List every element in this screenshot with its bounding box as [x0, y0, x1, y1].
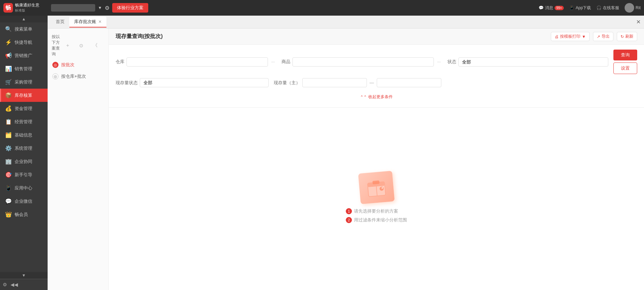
sidebar-item-newguide[interactable]: 🎯 新手引导 — [0, 168, 48, 181]
message-icon: 💬 — [539, 5, 544, 10]
sidebar-bottom: ⚙ ◀◀ — [0, 279, 48, 290]
building-icon: 🏢 — [5, 158, 12, 165]
sidebar-collapse-icon[interactable]: ◀◀ — [11, 282, 18, 287]
tab-home[interactable]: 首页 — [51, 17, 69, 28]
range-dash: — — [370, 80, 374, 85]
sidebar-scroll-down[interactable]: ▼ — [0, 272, 48, 279]
product-label: 商品 — [282, 59, 290, 65]
empty-hint-1: 1 请先选择要分析的方案 — [346, 208, 407, 214]
topbar: 畅 畅康通好生意 标准版 ▼ ⚙ 体验行业方案 💬 消息 99+ 📱 App下载… — [0, 0, 644, 16]
sidebar-item-wechat[interactable]: 💬 企业微信 — [0, 195, 48, 208]
sidebar-label-finance: 资金管理 — [15, 106, 32, 112]
warehouse-input[interactable] — [126, 57, 268, 67]
status-filter: 状态 全部 正常 停用 ▼ — [447, 57, 608, 67]
export-button[interactable]: ↗ 导出 — [593, 32, 613, 41]
tab-close-icon[interactable]: ✕ — [98, 19, 102, 24]
tab-home-label: 首页 — [56, 19, 65, 24]
stock-status-select[interactable]: 全部 — [140, 78, 269, 87]
status-select-wrap: 全部 正常 停用 — [458, 57, 608, 67]
sidebar-item-inventory[interactable]: 📦 库存核算 — [0, 89, 48, 102]
sidebar-settings-icon[interactable]: ⚙ — [3, 282, 7, 287]
sidebar-item-marketing[interactable]: 📢 营销推广 — [0, 49, 48, 62]
sidebar-item-quicknav[interactable]: ⚡ 快捷导航 — [0, 36, 48, 49]
warehouse-more-icon[interactable]: ··· — [270, 59, 276, 64]
collapse-row[interactable]: ⌃⌃ 收起更多条件 — [116, 91, 637, 103]
folder-icon: 🗂️ — [5, 132, 12, 138]
sidebar-item-finance[interactable]: 💰 资金管理 — [0, 102, 48, 115]
sidebar-item-operations[interactable]: 📋 经营管理 — [0, 115, 48, 128]
filter-area: 仓库 ··· 商品 ··· 状态 — [109, 45, 644, 108]
main-layout: ▲ 🔍 搜索菜单 ⚡ 快捷导航 📢 营销推广 📊 销售管理 🛒 采购管理 — [0, 16, 644, 290]
scheme-by-warehouse-batch[interactable]: ◎ 按仓库+批次 — [48, 71, 108, 82]
headset-icon: 🎧 — [596, 5, 601, 10]
filter-row-1: 仓库 ··· 商品 ··· 状态 — [116, 50, 637, 74]
logo: 畅 畅康通好生意 标准版 — [3, 3, 51, 13]
sidebar-label-basic: 基础信息 — [15, 132, 32, 138]
add-scheme-icon[interactable]: ＋ — [65, 42, 77, 49]
chart-icon: 📊 — [5, 66, 12, 72]
tab-inventory-batch-label: 库存批次账 — [74, 19, 96, 25]
message-label: 消息 — [545, 5, 553, 11]
hint-text-1: 请先选择要分析的方案 — [354, 208, 398, 214]
stock-status-select-wrap: 全部 — [140, 78, 269, 87]
app-edition: 标准版 — [15, 8, 39, 13]
filter-settings-button[interactable]: 设置 — [613, 62, 637, 74]
sidebar-item-apps[interactable]: 📱 应用中心 — [0, 181, 48, 195]
tab-inventory-batch[interactable]: 库存批次账 ✕ — [69, 17, 106, 28]
sidebar-item-member[interactable]: 👑 畅会员 — [0, 208, 48, 221]
sidebar-label-quicknav: 快捷导航 — [15, 39, 32, 46]
stock-main-max-input[interactable] — [377, 78, 441, 87]
nav-dropdown-icon[interactable]: ▼ — [98, 5, 102, 10]
stock-status-filter: 现存量状态 全部 ▼ — [116, 78, 268, 87]
sidebar-item-enterprise[interactable]: 🏢 企业协同 — [0, 155, 48, 168]
username: Rit — [635, 5, 641, 10]
sidebar-label-newguide: 新手引导 — [15, 172, 32, 178]
trial-button[interactable]: 体验行业方案 — [112, 3, 148, 13]
megaphone-icon: 📢 — [5, 52, 12, 59]
message-button[interactable]: 💬 消息 99+ — [539, 5, 564, 11]
sidebar-item-search[interactable]: 🔍 搜索菜单 — [0, 22, 48, 36]
online-service-label: 在线客服 — [603, 5, 619, 11]
empty-icon-wrap — [359, 172, 393, 203]
settings-icon[interactable]: ⚙ — [105, 5, 109, 11]
print-dropdown-icon[interactable]: ▼ — [582, 34, 586, 39]
sidebar-items: 🔍 搜索菜单 ⚡ 快捷导航 📢 营销推广 📊 销售管理 🛒 采购管理 📦 — [0, 22, 48, 272]
product-input[interactable] — [292, 57, 434, 67]
status-select[interactable]: 全部 正常 停用 — [458, 57, 608, 67]
topbar-nav: ▼ ⚙ 体验行业方案 — [51, 3, 539, 13]
content-area: 首页 库存批次账 ✕ ✕ 按以下方案查询 ＋ ⊙ 《 ◎ 按批次 — [48, 16, 644, 290]
target-icon: 🎯 — [5, 171, 12, 178]
scheme-by-batch-label: 按批次 — [61, 62, 74, 68]
hint-text-2: 用过滤条件来缩小分析范围 — [354, 217, 407, 223]
print-label: 按模板打印 — [560, 34, 580, 39]
product-more-icon[interactable]: ··· — [436, 59, 442, 64]
panel-close-button[interactable]: ✕ — [636, 19, 641, 25]
scheme-settings-icon[interactable]: ⊙ — [79, 43, 91, 48]
scheme-by-batch[interactable]: ◎ 按批次 — [48, 59, 108, 71]
refresh-button[interactable]: ↻ 刷新 — [617, 32, 637, 41]
online-service-button[interactable]: 🎧 在线客服 — [596, 5, 619, 11]
search-input[interactable] — [51, 4, 95, 12]
sidebar-item-purchase[interactable]: 🛒 采购管理 — [0, 75, 48, 89]
query-button[interactable]: 查询 — [613, 50, 637, 60]
hint-num-2: 2 — [346, 217, 352, 223]
warehouse-filter: 仓库 ··· — [116, 57, 276, 67]
sidebar-item-system[interactable]: ⚙️ 系统管理 — [0, 142, 48, 155]
sidebar-scroll-up[interactable]: ▲ — [0, 16, 48, 22]
sidebar-label-apps: 应用中心 — [15, 185, 32, 191]
scheme-by-warehouse-batch-label: 按仓库+批次 — [61, 73, 86, 79]
print-button[interactable]: 🖨 按模板打印 ▼ — [551, 32, 590, 41]
empty-hints: 1 请先选择要分析的方案 2 用过滤条件来缩小分析范围 — [346, 208, 407, 226]
sidebar-item-basic[interactable]: 🗂️ 基础信息 — [0, 128, 48, 142]
box-icon: 📦 — [5, 92, 12, 98]
stock-main-filter: 现存量（主） — — [274, 78, 426, 87]
sidebar-item-sales[interactable]: 📊 销售管理 — [0, 62, 48, 75]
collapse-left-icon[interactable]: 《 — [93, 42, 104, 49]
app-download-button[interactable]: 📱 App下载 — [569, 5, 591, 11]
stock-main-label: 现存量（主） — [274, 80, 300, 86]
stock-main-min-input[interactable] — [302, 78, 367, 87]
user-avatar-area[interactable]: Rit — [625, 3, 641, 13]
empty-state: 1 请先选择要分析的方案 2 用过滤条件来缩小分析范围 — [109, 108, 644, 290]
message-badge: 99+ — [555, 6, 564, 10]
logo-icon: 畅 — [3, 3, 13, 13]
